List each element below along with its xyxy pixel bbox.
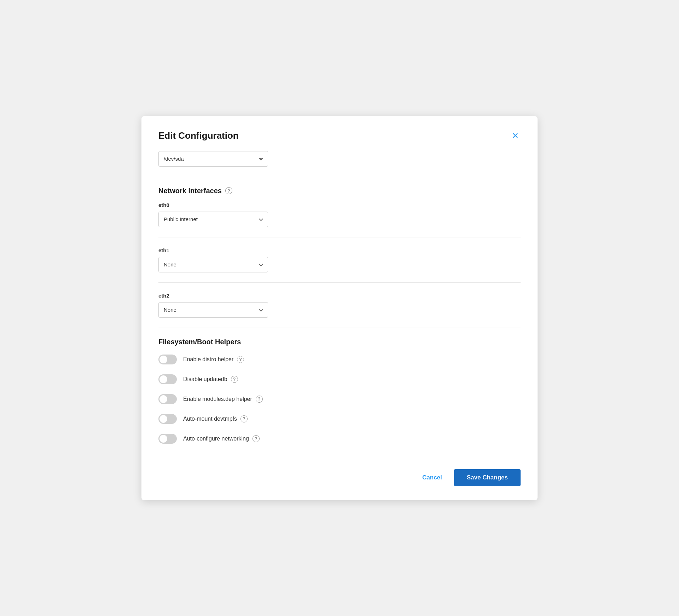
distro-helper-label: Enable distro helper ? (183, 356, 244, 363)
divider-top (158, 178, 521, 178)
devtmpfs-text: Auto-mount devtmpfs (183, 416, 237, 422)
eth0-select[interactable]: Public Internet None Private Network (158, 212, 268, 227)
devtmpfs-help-icon[interactable]: ? (240, 415, 248, 422)
devtmpfs-toggle[interactable] (158, 414, 177, 424)
updatedb-slider (158, 374, 177, 384)
device-select-wrapper: /dev/sda /dev/sdb /dev/sdc (158, 151, 521, 167)
distro-helper-toggle[interactable] (158, 355, 177, 364)
distro-helper-slider (158, 355, 177, 364)
eth2-select[interactable]: None Public Internet Private Network (158, 302, 268, 318)
updatedb-text: Disable updatedb (183, 376, 227, 382)
modules-dep-slider (158, 394, 177, 404)
eth2-label: eth2 (158, 293, 521, 299)
eth0-group: eth0 Public Internet None Private Networ… (158, 202, 521, 227)
modules-dep-help-icon[interactable]: ? (256, 396, 263, 403)
eth1-select[interactable]: None Public Internet Private Network (158, 257, 268, 272)
toggle-row-devtmpfs: Auto-mount devtmpfs ? (158, 414, 521, 424)
toggle-row-updatedb: Disable updatedb ? (158, 374, 521, 384)
network-interfaces-section-header: Network Interfaces ? (158, 187, 521, 195)
cancel-button[interactable]: Cancel (416, 471, 448, 485)
eth0-label: eth0 (158, 202, 521, 208)
modules-dep-text: Enable modules.dep helper (183, 396, 252, 402)
modal-title: Edit Configuration (158, 130, 239, 141)
eth1-group: eth1 None Public Internet Private Networ… (158, 247, 521, 272)
divider-network-filesystem (158, 328, 521, 328)
close-icon (511, 132, 519, 139)
eth0-select-wrapper: Public Internet None Private Network (158, 212, 268, 227)
eth2-select-wrapper: None Public Internet Private Network (158, 302, 268, 318)
network-interfaces-help-icon[interactable]: ? (225, 187, 232, 194)
toggle-row-distro-helper: Enable distro helper ? (158, 355, 521, 364)
modal-footer: Cancel Save Changes (158, 461, 521, 486)
network-interfaces-title: Network Interfaces (158, 187, 222, 195)
updatedb-help-icon[interactable]: ? (231, 376, 238, 383)
networking-text: Auto-configure networking (183, 436, 249, 442)
filesystem-section: Filesystem/Boot Helpers Enable distro he… (158, 338, 521, 444)
modules-dep-label: Enable modules.dep helper ? (183, 396, 263, 403)
divider-eth1-eth2 (158, 282, 521, 283)
eth1-select-wrapper: None Public Internet Private Network (158, 257, 268, 272)
device-select[interactable]: /dev/sda /dev/sdb /dev/sdc (158, 151, 268, 167)
eth1-label: eth1 (158, 247, 521, 253)
modules-dep-toggle[interactable] (158, 394, 177, 404)
updatedb-toggle[interactable] (158, 374, 177, 384)
distro-helper-help-icon[interactable]: ? (237, 356, 244, 363)
modal-header: Edit Configuration (158, 130, 521, 141)
filesystem-title: Filesystem/Boot Helpers (158, 338, 521, 346)
modal-container: Edit Configuration /dev/sda /dev/sdb /de… (141, 116, 538, 500)
networking-toggle[interactable] (158, 434, 177, 444)
networking-label: Auto-configure networking ? (183, 435, 260, 442)
distro-helper-text: Enable distro helper (183, 356, 233, 363)
eth2-group: eth2 None Public Internet Private Networ… (158, 293, 521, 318)
close-button[interactable] (510, 130, 521, 141)
toggle-row-networking: Auto-configure networking ? (158, 434, 521, 444)
divider-eth0-eth1 (158, 237, 521, 237)
devtmpfs-slider (158, 414, 177, 424)
updatedb-label: Disable updatedb ? (183, 376, 238, 383)
toggle-row-modules-dep: Enable modules.dep helper ? (158, 394, 521, 404)
networking-slider (158, 434, 177, 444)
save-changes-button[interactable]: Save Changes (454, 469, 521, 486)
networking-help-icon[interactable]: ? (253, 435, 260, 442)
device-select-container: /dev/sda /dev/sdb /dev/sdc (158, 151, 268, 167)
devtmpfs-label: Auto-mount devtmpfs ? (183, 415, 248, 422)
